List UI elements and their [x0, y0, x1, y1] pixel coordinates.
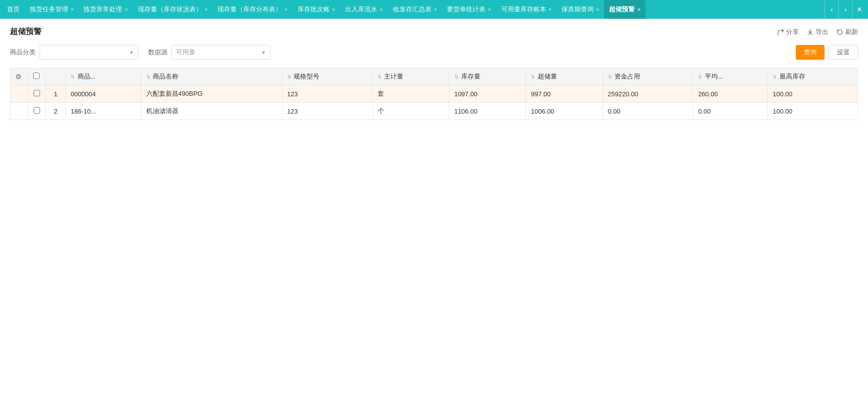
row-settings-cell	[10, 85, 28, 103]
row-unit: 套	[372, 85, 449, 103]
col-header-unit[interactable]: ⇅ 主计量	[372, 68, 449, 85]
export-icon	[807, 29, 814, 36]
row-avg: 260.00	[693, 85, 768, 103]
filter-actions: 查询 设置	[796, 45, 858, 60]
nav-batch-account[interactable]: 库存批次账 ×	[293, 0, 340, 19]
row-capital: 0.00	[603, 103, 693, 120]
row-checkbox[interactable]	[34, 90, 40, 96]
nav-requisition-stats[interactable]: 要货单统计表 ×	[442, 0, 496, 19]
col-header-checkbox	[28, 68, 46, 85]
close-icon[interactable]: ×	[637, 6, 640, 12]
row-product-name: 六配套新昌490BPG	[141, 85, 282, 103]
datasource-select[interactable]: 可用量 ▼	[172, 45, 270, 60]
data-table: ⚙ ⇅ 商品... ⇅ 商品名称 ⇅ 规格型号	[10, 68, 858, 120]
close-icon[interactable]: ×	[434, 6, 437, 12]
col-header-settings: ⚙	[10, 68, 28, 85]
row-checkbox-cell	[28, 103, 46, 120]
refresh-button[interactable]: 刷新	[836, 28, 858, 37]
row-max-stock: 100.00	[768, 103, 858, 120]
category-select[interactable]: ▼	[40, 45, 138, 60]
row-product-code: 0000004	[66, 85, 141, 103]
sort-icon: ⇅	[287, 74, 291, 79]
row-product-name: 机油滤清器	[141, 103, 282, 120]
nav-arrow-left[interactable]: ‹	[825, 0, 838, 19]
sort-icon: ⇅	[698, 74, 702, 79]
chevron-down-icon: ▼	[261, 50, 266, 55]
row-checkbox[interactable]	[34, 107, 40, 114]
col-header-max-stock[interactable]: ⇅ 最高库存	[768, 68, 858, 85]
nav-receipt-summary[interactable]: 收发存汇总表 ×	[388, 0, 442, 19]
row-unit: 个	[372, 103, 449, 120]
col-header-stock[interactable]: ⇅ 库存量	[449, 68, 525, 85]
sort-icon: ⇅	[146, 74, 150, 79]
chevron-down-icon: ▼	[129, 50, 134, 55]
col-header-capital[interactable]: ⇅ 资金占用	[603, 68, 693, 85]
row-index: 1	[46, 85, 66, 103]
page-content: 超储预警 分享 导出 刷新 商品	[0, 19, 868, 395]
query-button[interactable]: 查询	[796, 45, 825, 60]
col-header-index	[46, 68, 66, 85]
row-over-stock: 997.00	[526, 85, 603, 103]
close-icon[interactable]: ×	[380, 6, 383, 12]
share-button[interactable]: 分享	[777, 28, 799, 37]
close-icon[interactable]: ×	[71, 6, 74, 12]
close-icon[interactable]: ×	[284, 6, 287, 12]
sort-icon: ⇅	[454, 74, 458, 79]
settings-button[interactable]: 设置	[828, 45, 858, 60]
col-header-product-name[interactable]: ⇅ 商品名称	[141, 68, 282, 85]
row-spec: 123	[282, 85, 372, 103]
row-stock: 1097.00	[449, 85, 525, 103]
table-row: 1 0000004 六配套新昌490BPG 123 套 1097.00 997.…	[10, 85, 858, 103]
row-product-code: 186-10...	[66, 103, 141, 120]
select-all-checkbox[interactable]	[33, 73, 40, 79]
nav-inventory-status[interactable]: 现存量（库存状况表） ×	[133, 0, 213, 19]
nav-inout-flow[interactable]: 出入库流水 ×	[340, 0, 388, 19]
settings-icon[interactable]: ⚙	[15, 73, 22, 80]
row-stock: 1106.00	[449, 103, 525, 120]
col-header-over-stock[interactable]: ⇅ 超储量	[526, 68, 603, 85]
close-icon[interactable]: ×	[596, 6, 599, 12]
row-settings-cell	[10, 103, 28, 120]
table-row: 2 186-10... 机油滤清器 123 个 1106.00 1006.00 …	[10, 103, 858, 120]
col-header-product-code[interactable]: ⇅ 商品...	[66, 68, 141, 85]
col-header-spec[interactable]: ⇅ 规格型号	[282, 68, 372, 85]
filter-row: 商品分类 ▼ 数据源 可用量 ▼ 查询 设置	[10, 45, 858, 60]
row-over-stock: 1006.00	[526, 103, 603, 120]
sort-icon: ⇅	[531, 74, 535, 79]
sort-icon: ⇅	[773, 74, 777, 79]
nav-arrow-close[interactable]: ✕	[852, 0, 866, 19]
table-header-row: ⚙ ⇅ 商品... ⇅ 商品名称 ⇅ 规格型号	[10, 68, 858, 85]
refresh-icon	[836, 29, 843, 36]
close-icon[interactable]: ×	[488, 6, 491, 12]
col-header-avg[interactable]: ⇅ 平均...	[693, 68, 768, 85]
category-label: 商品分类	[10, 48, 36, 57]
row-spec: 123	[282, 103, 372, 120]
sort-icon: ⇅	[608, 74, 612, 79]
close-icon[interactable]: ×	[549, 6, 552, 12]
close-icon[interactable]: ×	[125, 6, 128, 12]
nav-arrow-right[interactable]: ›	[838, 0, 852, 19]
row-checkbox-cell	[28, 85, 46, 103]
nav-home[interactable]: 首页	[2, 0, 25, 19]
sort-icon: ⇅	[71, 74, 75, 79]
nav-inventory-distribution[interactable]: 现存量（库存分布表） ×	[213, 0, 292, 19]
nav-available-ledger[interactable]: 可用量库存账本 ×	[496, 0, 557, 19]
datasource-label: 数据源	[148, 48, 168, 57]
page-header: 超储预警 分享 导出 刷新	[10, 27, 858, 37]
share-icon	[777, 29, 784, 36]
export-button[interactable]: 导出	[807, 28, 828, 37]
header-actions: 分享 导出 刷新	[777, 28, 858, 37]
datasource-select-value: 可用量	[176, 48, 195, 57]
nav-arrows: ‹ › ✕	[825, 0, 866, 19]
nav-overstock-warning[interactable]: 超储预警 ×	[604, 0, 645, 19]
close-icon[interactable]: ×	[205, 6, 208, 12]
row-capital: 259220.00	[603, 85, 693, 103]
sort-icon: ⇅	[378, 74, 382, 79]
datasource-filter-group: 数据源 可用量 ▼	[148, 45, 270, 60]
nav-task-management[interactable]: 拣货任务管理 ×	[25, 0, 79, 19]
close-icon[interactable]: ×	[332, 6, 335, 12]
nav-exception-handling[interactable]: 拣货异常处理 ×	[79, 0, 132, 19]
row-avg: 0.00	[693, 103, 768, 120]
nav-expiry-query[interactable]: 保质期查询 ×	[557, 0, 604, 19]
page-title: 超储预警	[10, 27, 42, 37]
